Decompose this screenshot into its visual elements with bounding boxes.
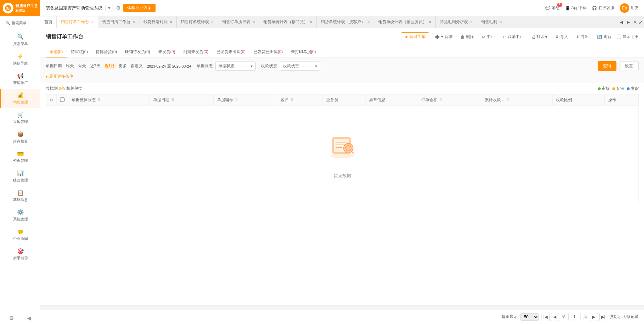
show-detail-checkbox[interactable] — [617, 35, 621, 39]
tab-close-sales-workbench[interactable]: ✕ — [91, 20, 94, 24]
sidebar-item-quick-nav[interactable]: ⚡快捷导航 — [0, 50, 40, 69]
select-all-checkbox[interactable] — [60, 97, 65, 102]
column-settings-icon[interactable]: ⚙ — [49, 98, 53, 103]
collapse-sidebar-button[interactable]: ◀ — [27, 315, 31, 321]
tab-close-sales-stats[interactable]: ✕ — [211, 20, 214, 24]
tab-home[interactable]: 首页 — [40, 16, 57, 28]
search-menu-button[interactable]: 🔍 搜索菜单 — [3, 19, 37, 27]
add-button[interactable]: ➕ + 新增 — [432, 33, 455, 41]
payment-select[interactable]: 收款状态 ▾ — [280, 62, 320, 71]
user-section[interactable]: Ea 用友 — [620, 3, 639, 13]
filter-tab-pending-review[interactable]: 待审核(0) — [67, 47, 92, 57]
tab-sales-workbench[interactable]: 销售订单工作台✕ — [57, 16, 98, 28]
filter-tab-not-printed[interactable]: 未打印单据(0) — [287, 47, 320, 57]
sidebar-item-sales[interactable]: 💰销售管理 — [0, 89, 40, 108]
sidebar-item-search[interactable]: 🔍搜索菜单 — [0, 30, 40, 50]
filter-tab-expired-not-shipped[interactable]: 到期未发货(0) — [179, 47, 212, 57]
sidebar-item-basic-info[interactable]: 📋基础信息 — [0, 186, 40, 206]
sort-icon-number[interactable]: ⇅ — [235, 97, 238, 102]
sort-icon-amount[interactable]: ⇅ — [439, 97, 442, 102]
next-page-button[interactable]: ▶ — [590, 313, 598, 321]
tab-close-sales-exec[interactable]: ✕ — [252, 20, 255, 24]
page-number-input[interactable] — [568, 313, 581, 321]
tab-maximize-button[interactable]: ⤢ — [639, 19, 643, 25]
import-button[interactable]: ⬇ 导入 — [553, 33, 571, 41]
tab-close-cash-reconcile[interactable]: ✕ — [170, 20, 172, 24]
settings-bottom-button[interactable]: ⚙ — [9, 315, 14, 321]
online-service-button[interactable]: 🎧 在线客服 — [592, 5, 614, 11]
refresh-button[interactable]: 🔄 刷新 — [594, 33, 614, 41]
print-button[interactable]: 🖨 打印 ▾ — [529, 33, 550, 41]
date-filter-yesterday-button[interactable]: 昨天 — [65, 63, 75, 70]
expand-conditions-button[interactable]: ▾ 展开更多条件 — [46, 74, 73, 79]
set-button[interactable]: 设置 — [619, 61, 639, 71]
export-button[interactable]: ⬆ 导出 — [573, 33, 592, 41]
filter-tab-pending-inspection[interactable]: 待拣验货(0) — [92, 47, 121, 57]
sort-icon-date[interactable]: ⇅ — [171, 97, 175, 102]
tab-sales-stats[interactable]: 销售订单统计表✕ — [177, 16, 218, 28]
sort-icon-status[interactable]: ⇅ — [97, 97, 101, 102]
app-download-button[interactable]: 📱 App下载 — [565, 5, 587, 11]
date-filter-today-button[interactable]: 今天 — [77, 63, 87, 70]
sidebar-item-inventory[interactable]: 📦库存核算 — [0, 128, 40, 147]
tab-product-margin[interactable]: 商品毛利分析表✕ — [436, 16, 477, 28]
tab-sales-stats-staff[interactable]: 销货单统计表（按业务员）✕ — [374, 16, 436, 28]
tab-scroll-right-button[interactable]: ▶ — [625, 20, 632, 25]
prev-page-button[interactable]: ◀ — [551, 313, 559, 321]
tab-cash-reconcile[interactable]: 钱货日清对账✕ — [139, 16, 177, 28]
show-detail-label[interactable]: 显示明细 — [617, 34, 639, 40]
sort-icon-customer[interactable]: ⇅ — [290, 97, 294, 102]
table-header-bar: 共找到 0条 相关单据 审核 弃审 发货 — [46, 83, 639, 94]
last-page-button[interactable]: ▶| — [599, 313, 607, 321]
sidebar-item-operations[interactable]: 📊经营管理 — [0, 167, 40, 186]
filter-tab-all[interactable]: 全部(0) — [46, 47, 67, 57]
query-button[interactable]: 查询 — [598, 61, 616, 71]
filter-tab-not-shipped[interactable]: 未发货(0) — [154, 47, 179, 57]
sidebar-item-collab[interactable]: 🤝企业协同 — [0, 225, 40, 245]
date-filter-last1m-button[interactable]: 近1月 — [103, 63, 116, 70]
date-filter-more-button[interactable]: 更多 — [117, 63, 128, 70]
sidebar-item-marketing[interactable]: 📢营销推广 — [0, 69, 40, 89]
topbar-gear-button[interactable]: ⚙ — [116, 5, 121, 11]
review-quick-button[interactable]: 审核 — [598, 86, 610, 91]
tab-sales-stats-product[interactable]: 销货单统计表（按商品）✕ — [259, 16, 317, 28]
sidebar-item-finance[interactable]: 💳资金管理 — [0, 147, 40, 167]
message-button[interactable]: 💬 消息 6 — [545, 5, 560, 11]
first-page-button[interactable]: |◀ — [542, 313, 550, 321]
filter-tab-count: 0 — [205, 49, 207, 54]
tab-close-cash-daily[interactable]: ✕ — [132, 20, 135, 24]
tab-close-sales-stats-product[interactable]: ✕ — [310, 20, 312, 24]
tab-close-sales-profit[interactable]: ✕ — [499, 20, 502, 24]
scroll-inner — [40, 306, 644, 309]
smart-create-button[interactable]: ★ 智能生单 — [401, 32, 429, 41]
horizontal-scrollbar[interactable] — [40, 305, 644, 309]
date-filter-last7-button[interactable]: 近7天 — [89, 63, 102, 70]
tab-cash-daily[interactable]: 钱货日清工作台✕ — [98, 16, 139, 28]
page-size-select[interactable]: 50 10 20 100 — [520, 313, 539, 321]
ship-quick-button[interactable]: 发货 — [627, 86, 639, 91]
tab-close-product-margin[interactable]: ✕ — [470, 20, 473, 24]
sort-icon-collected[interactable]: ⇅ — [506, 97, 509, 102]
cancel-stop-button[interactable]: ↩ 取消中止 — [500, 33, 526, 41]
cancel-review-quick-button[interactable]: 弃审 — [612, 86, 624, 91]
sidebar-item-purchase[interactable]: 🛒采购管理 — [0, 108, 40, 128]
tab-sales-exec[interactable]: 销售订单执行表✕ — [218, 16, 259, 28]
tab-sales-stats-customer[interactable]: 销货单统计表（按客户）✕ — [317, 16, 374, 28]
filter-tab-shipped-not-out[interactable]: 已发货未出库(0) — [212, 47, 250, 57]
tab-close-sales-stats-customer[interactable]: ✕ — [367, 20, 370, 24]
delete-button[interactable]: 🗑 删除 — [458, 33, 477, 41]
filter-tab-wangpu-pending-ship[interactable]: 旺铺待发货(0) — [121, 47, 154, 57]
date-filter-custom-button[interactable]: 自定义 — [129, 63, 144, 70]
empty-state-text: 暂无数据 — [334, 173, 351, 179]
system-dropdown-button[interactable]: ▾ — [105, 5, 113, 11]
tab-close-sales-stats-staff[interactable]: ✕ — [429, 20, 431, 24]
industry-solution-button[interactable]: 体验行业方案 — [123, 4, 156, 12]
sidebar-item-guide[interactable]: 🎯新手引导 — [0, 245, 40, 264]
tab-close-all-button[interactable]: ✕ — [633, 19, 637, 25]
sidebar-item-system[interactable]: ⚙️系统管理 — [0, 206, 40, 225]
tab-scroll-left-button[interactable]: ◀ — [618, 20, 625, 25]
status-select[interactable]: 单据状态 ▾ — [215, 62, 256, 71]
filter-tab-shipped-out[interactable]: 已发货已出库(0) — [250, 47, 287, 57]
stop-button[interactable]: ⊘ 中止 — [479, 33, 498, 41]
tab-sales-profit[interactable]: 销售毛利✕ — [477, 16, 506, 28]
